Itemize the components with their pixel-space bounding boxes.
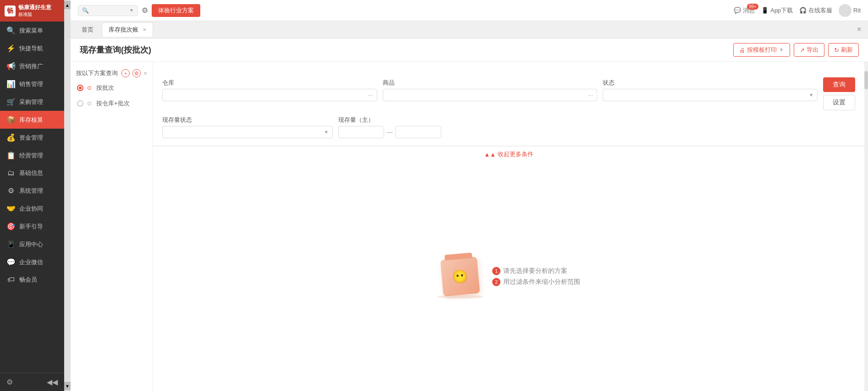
sidebar-scroll-down[interactable]: ▼: [64, 382, 71, 390]
sidebar-item-purchase[interactable]: 🛒 采购管理: [0, 93, 64, 111]
sidebar-item-base[interactable]: 🗂 基础信息: [0, 164, 64, 182]
customer-service-button[interactable]: 🎧 在线客服: [799, 6, 832, 15]
export-button[interactable]: ↗ 导出: [794, 43, 824, 57]
empty-illustration: 😶: [437, 254, 483, 299]
sidebar-item-members[interactable]: 🏷 畅会员: [0, 271, 64, 288]
user-name: Rit: [853, 7, 861, 14]
sidebar-item-search[interactable]: 🔍 搜索菜单: [0, 22, 64, 39]
filter-scheme-batch-label: 按批次: [96, 84, 114, 92]
printer-icon: 🖨: [739, 47, 745, 54]
sidebar-item-system[interactable]: ⚙ 系统管理: [0, 182, 64, 200]
avatar: [839, 4, 852, 17]
filter-settings-button[interactable]: 设置: [823, 95, 855, 110]
sidebar-item-label: 库存核算: [19, 116, 43, 124]
query-button[interactable]: 查询: [823, 77, 855, 92]
close-page-button[interactable]: ×: [855, 25, 863, 34]
refresh-icon: ↻: [834, 47, 839, 54]
stock-status-select[interactable]: [166, 129, 322, 136]
tip-1-text: 请先选择要分析的方案: [503, 267, 567, 275]
app-logo: 畅: [5, 5, 16, 16]
collapse-more-label: 收起更多条件: [498, 150, 533, 158]
goods-dots[interactable]: ···: [588, 92, 593, 98]
sidebar-item-operation[interactable]: 📋 经营管理: [0, 147, 64, 164]
experience-button[interactable]: 体验行业方案: [152, 4, 200, 17]
add-scheme-icon[interactable]: +: [121, 69, 130, 77]
sidebar-item-sales[interactable]: 📊 销售管理: [0, 75, 64, 93]
status-select-wrap[interactable]: ▼: [603, 89, 818, 101]
close-tab-icon[interactable]: ×: [143, 27, 146, 33]
sidebar-item-label: 经营管理: [19, 152, 43, 160]
refresh-label: 刷新: [841, 46, 853, 54]
empty-face-icon: 😶: [451, 268, 469, 285]
user-menu[interactable]: Rit: [839, 4, 861, 17]
app-download-label: App下载: [770, 6, 793, 15]
stock-qty-min[interactable]: [338, 126, 384, 138]
right-scrollbar[interactable]: [864, 62, 868, 391]
empty-tip-1: 1 请先选择要分析的方案: [492, 267, 580, 275]
sidebar-item-label: 系统管理: [19, 187, 43, 195]
status-select[interactable]: [607, 92, 807, 98]
sidebar-item-marketing[interactable]: 📢 营销推广: [0, 57, 64, 75]
warehouse-input[interactable]: [166, 92, 366, 98]
message-badge: 99+: [747, 4, 758, 10]
template-print-label: 按模板打印: [747, 46, 777, 54]
app-download-button[interactable]: 📱 App下载: [761, 6, 793, 15]
settings-footer-icon[interactable]: ⚙: [6, 378, 13, 386]
empty-tip-2: 2 用过滤条件来缩小分析范围: [492, 278, 580, 286]
export-icon: ↗: [800, 47, 805, 54]
filter-panel-icons: + ⚙ «: [121, 69, 147, 77]
topbar-left: 🔍 ▼ ⚙ 体验行业方案: [78, 4, 730, 17]
radio-batch: [77, 85, 83, 91]
settings-topbar-icon[interactable]: ⚙: [142, 6, 148, 15]
refresh-button[interactable]: ↻ 刷新: [828, 43, 859, 57]
sidebar-item-label: 采购管理: [19, 98, 43, 106]
stock-qty-label: 现存量（主）: [338, 116, 509, 124]
sidebar-item-label: 畅会员: [19, 276, 37, 284]
warehouse-label: 仓库: [162, 79, 377, 87]
sidebar-scroll-up[interactable]: ▲: [64, 1, 71, 9]
stock-qty-max[interactable]: [396, 126, 441, 138]
message-icon: 💬: [734, 7, 741, 14]
tab-inventory-batch[interactable]: 库存批次账 ×: [102, 22, 153, 37]
filter-scheme-batch[interactable]: ⊙ 按批次: [71, 80, 153, 96]
sidebar-item-inventory[interactable]: 📦 库存核算: [0, 111, 64, 129]
phone-download-icon: 📱: [761, 7, 769, 14]
settings-scheme-icon[interactable]: ⚙: [132, 69, 141, 77]
main-content: 仓库 ··· 商品 ···: [153, 62, 864, 391]
stock-status-select-wrap[interactable]: ▼: [162, 126, 333, 138]
goods-input[interactable]: [387, 92, 587, 98]
tab-home-label: 首页: [82, 26, 93, 34]
tab-home[interactable]: 首页: [75, 23, 100, 37]
topbar-search[interactable]: 🔍 ▼: [78, 5, 138, 16]
sidebar-item-enterprise[interactable]: 🤝 企业协同: [0, 200, 64, 217]
handshake-icon: 🤝: [6, 204, 16, 213]
sidebar-item-guide[interactable]: 🎯 新手引导: [0, 217, 64, 235]
filter-row-1: 仓库 ··· 商品 ···: [162, 69, 855, 110]
collapse-more-button[interactable]: ▲▲ 收起更多条件: [153, 146, 864, 162]
collapse-panel-icon[interactable]: «: [143, 69, 147, 77]
warehouse-dots[interactable]: ···: [368, 92, 373, 98]
warehouse-input-wrap[interactable]: ···: [162, 89, 377, 101]
sidebar-item-apps[interactable]: 📱 应用中心: [0, 235, 64, 253]
range-separator: —: [387, 129, 393, 136]
message-button[interactable]: 💬 消息 99+: [734, 6, 755, 15]
filter-scheme-warehouse-batch-label: 按仓库+批次: [96, 99, 130, 108]
topbar: 🔍 ▼ ⚙ 体验行业方案 💬 消息 99+ 📱 App下载 🎧 在线客服: [71, 0, 868, 21]
search-input[interactable]: [91, 7, 127, 14]
sidebar-item-label: 应用中心: [19, 240, 43, 249]
goods-input-wrap[interactable]: ···: [383, 89, 598, 101]
sidebar-item-finance[interactable]: 💰 资金管理: [0, 129, 64, 147]
sidebar-item-wechat[interactable]: 💬 企业微信: [0, 253, 64, 271]
collapse-sidebar-icon[interactable]: ◀◀: [47, 378, 58, 386]
chevron-down-stock-icon: ▼: [324, 130, 329, 135]
right-scroll-thumb[interactable]: [864, 71, 868, 89]
chevron-down-status-icon: ▼: [809, 92, 813, 98]
tip-1-num: 1: [492, 267, 500, 275]
sidebar: 畅 畅康通好生意 标准版 🔍 搜索菜单 ⚡ 快捷导航 📢 营销推广 📊 销售管理…: [0, 0, 64, 391]
status-label: 状态: [603, 79, 818, 87]
content-area: 按以下方案查询 + ⚙ « ⊙ 按批次 ⊙ 按仓库+批次: [71, 62, 868, 391]
template-print-button[interactable]: 🖨 按模板打印 ▼: [733, 43, 790, 57]
sidebar-item-quick-nav[interactable]: ⚡ 快捷导航: [0, 39, 64, 57]
filter-scheme-warehouse-batch[interactable]: ⊙ 按仓库+批次: [71, 96, 153, 111]
megaphone-icon: 📢: [6, 62, 16, 71]
